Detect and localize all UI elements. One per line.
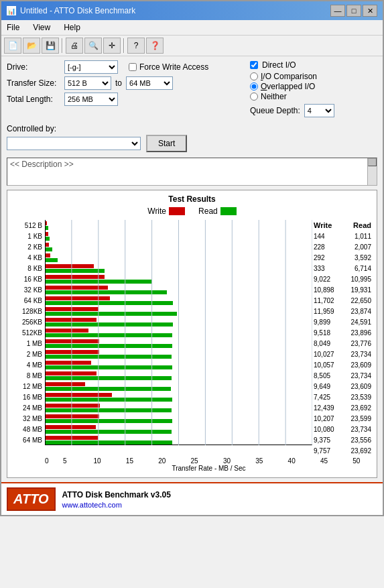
value-pair: 9,64923,609 <box>312 381 373 392</box>
overlapped-io-radio[interactable] <box>250 82 258 91</box>
read-bar <box>46 376 172 380</box>
legend-write: Write <box>147 207 185 216</box>
read-bar <box>46 440 172 445</box>
write-value: 11,959 <box>314 308 334 315</box>
write-col-header: Write <box>314 221 332 229</box>
read-value: 1,011 <box>355 233 371 240</box>
chart-area: 512 B1 KB2 KB4 KB8 KB16 KB32 KB64 KB128K… <box>11 220 373 456</box>
row-label: 2 KB <box>27 241 45 252</box>
total-length-select[interactable]: 256 MB <box>64 93 118 106</box>
x-axis-ticks: 05101520253035404550 <box>45 456 373 465</box>
value-pair: 9,02210,995 <box>312 274 373 284</box>
title-bar: 📊 Untitled - ATTO Disk Benchmark — □ ✕ <box>1 1 383 20</box>
write-bar <box>46 243 49 247</box>
read-value: 23,874 <box>350 308 371 315</box>
read-bar <box>46 333 172 337</box>
write-bar <box>46 361 91 365</box>
description-text: << Description >> <box>10 160 74 169</box>
read-col-header: Read <box>353 221 371 229</box>
write-value: 9,899 <box>314 318 330 326</box>
toolbar: 📄 📂 💾 🖨 🔍 ✛ ? ❓ <box>1 36 383 56</box>
drive-label: Drive: <box>7 62 60 72</box>
x-tick: 10 <box>81 457 113 465</box>
overlapped-io-label: Overlapped I/O <box>261 82 315 91</box>
read-value: 2,007 <box>355 243 371 251</box>
bar-pair <box>46 284 312 295</box>
save-button[interactable]: 💾 <box>42 38 59 54</box>
value-pair: 2923,592 <box>312 252 373 263</box>
menu-file[interactable]: File <box>4 21 22 34</box>
bar-pair <box>46 381 312 392</box>
write-value: 292 <box>314 254 325 261</box>
title-bar-left: 📊 Untitled - ATTO Disk Benchmark <box>7 6 135 15</box>
io-comparison-radio[interactable] <box>250 72 258 80</box>
read-bar <box>46 398 172 402</box>
open-button[interactable]: 📂 <box>23 38 40 54</box>
read-bar <box>46 344 172 348</box>
bar-pair <box>46 327 312 338</box>
close-button[interactable]: ✕ <box>363 5 377 17</box>
row-label: 8 MB <box>27 370 45 381</box>
write-bar <box>46 296 110 300</box>
write-value: 10,027 <box>314 351 334 358</box>
write-bar <box>46 275 105 279</box>
bar-pair <box>46 359 312 370</box>
transfer-size-select[interactable]: 512 B <box>64 76 111 90</box>
zoom-button[interactable]: 🔍 <box>84 38 102 54</box>
footer-url: www.attotech.com <box>62 501 171 509</box>
row-label: 64 MB <box>23 434 45 445</box>
read-value: 23,599 <box>350 415 371 422</box>
bar-pair <box>46 220 312 231</box>
neither-radio[interactable] <box>250 93 258 101</box>
force-write-checkbox[interactable] <box>129 63 137 71</box>
transfer-to-select[interactable]: 64 MB <box>126 76 173 90</box>
queue-depth-select[interactable]: 4 <box>304 104 334 117</box>
help-button[interactable]: ? <box>127 38 145 54</box>
controlled-row: Start <box>7 135 377 152</box>
transfer-to-label: to <box>115 78 122 88</box>
read-bar <box>46 280 152 284</box>
cursor-button[interactable]: ✛ <box>103 38 121 54</box>
direct-io-checkbox[interactable] <box>250 61 258 69</box>
transfer-size-label: Transfer Size: <box>7 78 60 88</box>
drive-select[interactable]: [-g-] <box>64 60 118 74</box>
controlled-by-select[interactable] <box>7 137 141 150</box>
description-section: << Description >> <box>1 158 383 190</box>
write-value: 10,080 <box>314 426 334 433</box>
print-button[interactable]: 🖨 <box>66 38 83 54</box>
value-pair: 11,95923,874 <box>312 306 373 316</box>
legend-read-color <box>220 207 237 215</box>
controlled-section: Controlled by: Start <box>1 124 383 155</box>
write-value: 9,518 <box>314 329 330 337</box>
description-scrollbar[interactable] <box>367 158 377 185</box>
write-bar <box>46 436 98 440</box>
menu-help[interactable]: Help <box>61 21 83 34</box>
force-write-area: Force Write Access <box>129 62 208 72</box>
maximize-button[interactable]: □ <box>346 5 361 17</box>
row-label: 256KB <box>22 316 45 327</box>
window-title: Untitled - ATTO Disk Benchmark <box>20 6 135 15</box>
chart-section: Test Results Write Read 512 B1 KB2 KB4 K… <box>7 190 377 478</box>
menu-view[interactable]: View <box>30 21 53 34</box>
values-header: Write Read <box>312 220 373 231</box>
x-tick: 15 <box>113 457 145 465</box>
about-button[interactable]: ❓ <box>146 38 164 54</box>
new-button[interactable]: 📄 <box>4 38 21 54</box>
write-value: 10,898 <box>314 286 334 294</box>
write-bar <box>46 425 96 429</box>
read-value: 6,714 <box>355 265 371 272</box>
write-bar <box>46 350 99 354</box>
read-bar <box>46 269 105 273</box>
write-value: 9,649 <box>314 383 330 390</box>
write-bar <box>46 371 97 375</box>
read-bar <box>46 258 58 262</box>
bar-pair <box>46 370 312 381</box>
row-label: 8 KB <box>27 263 45 274</box>
row-label: 24 MB <box>23 402 45 413</box>
start-button[interactable]: Start <box>146 135 187 152</box>
bar-pair <box>46 252 312 263</box>
minimize-button[interactable]: — <box>330 5 345 17</box>
title-buttons: — □ ✕ <box>330 5 377 17</box>
write-value: 11,702 <box>314 297 334 304</box>
chart-legend: Write Read <box>11 207 373 216</box>
